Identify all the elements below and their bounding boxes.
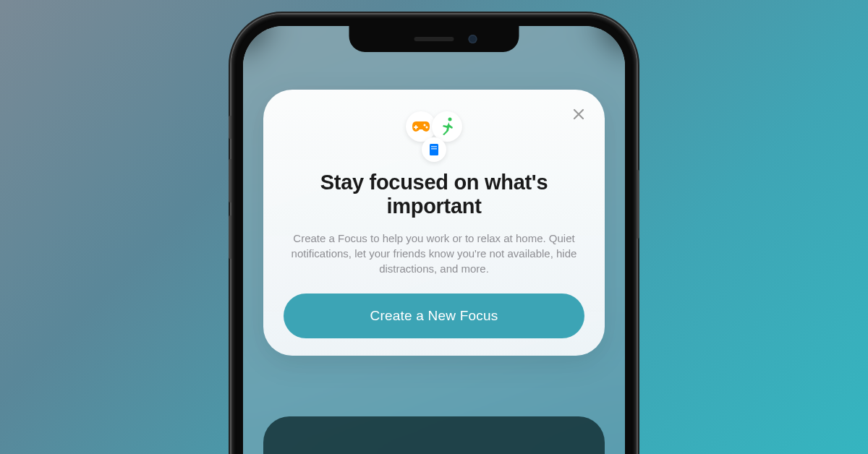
reading-focus-icon-circle	[422, 137, 446, 162]
close-icon	[573, 108, 584, 120]
svg-point-2	[424, 124, 426, 127]
phone-device-frame: Stay focused on what's important Create …	[231, 14, 637, 454]
volume-up-button	[229, 159, 231, 202]
svg-rect-1	[414, 127, 418, 128]
phone-screen: Stay focused on what's important Create …	[243, 26, 625, 454]
modal-title: Stay focused on what's important	[284, 171, 584, 219]
focus-onboarding-modal: Stay focused on what's important Create …	[263, 90, 605, 356]
svg-rect-5	[430, 144, 438, 155]
svg-point-4	[448, 118, 452, 121]
focus-icon-cluster	[284, 111, 584, 162]
svg-rect-7	[431, 148, 437, 150]
speaker-grille	[414, 37, 454, 41]
modal-description: Create a Focus to help you work or to re…	[284, 231, 584, 276]
volume-down-button	[229, 215, 231, 259]
phone-notch	[349, 26, 519, 52]
svg-rect-6	[431, 146, 437, 147]
create-focus-button[interactable]: Create a New Focus	[284, 294, 584, 338]
book-icon	[428, 143, 440, 156]
close-button[interactable]	[570, 106, 587, 123]
mute-switch	[229, 116, 231, 139]
front-camera	[469, 35, 477, 43]
svg-point-3	[426, 127, 428, 129]
gaming-controller-icon	[412, 120, 430, 133]
secondary-card-peek	[263, 416, 605, 454]
screen-content: Stay focused on what's important Create …	[243, 26, 625, 454]
running-person-icon	[439, 117, 455, 136]
power-button	[637, 170, 639, 239]
